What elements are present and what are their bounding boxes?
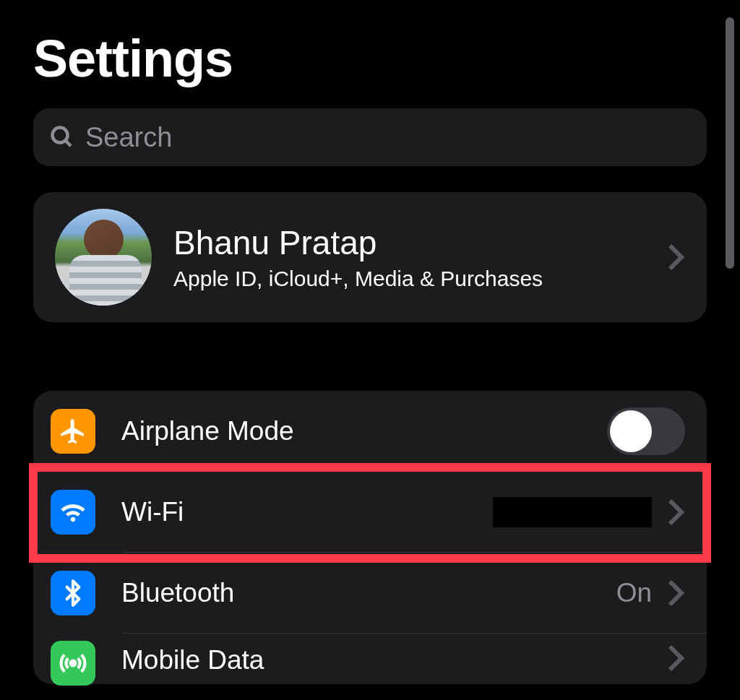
setting-label: Bluetooth — [121, 578, 616, 608]
chevron-right-icon — [666, 579, 685, 608]
setting-row-airplane-mode[interactable]: Airplane Mode — [33, 391, 707, 472]
mobile-data-icon — [51, 641, 95, 686]
page-title: Settings — [0, 0, 740, 88]
airplane-mode-toggle[interactable] — [607, 407, 685, 455]
search-icon — [49, 124, 75, 150]
svg-line-1 — [66, 141, 72, 147]
svg-point-2 — [71, 661, 76, 666]
search-input[interactable]: Search — [33, 108, 707, 166]
svg-point-0 — [53, 128, 68, 143]
chevron-right-icon — [666, 243, 685, 272]
avatar — [55, 209, 152, 306]
settings-list: Airplane Mode Wi-Fi Bluetooth On — [33, 391, 707, 684]
setting-row-mobile-data[interactable]: Mobile Data — [33, 634, 707, 684]
bluetooth-icon — [51, 571, 95, 615]
profile-subtitle: Apple ID, iCloud+, Media & Purchases — [173, 267, 666, 291]
scrollbar[interactable] — [726, 17, 734, 269]
profile-text: Bhanu Pratap Apple ID, iCloud+, Media & … — [173, 223, 666, 291]
chevron-right-icon — [666, 498, 685, 527]
wifi-icon — [51, 490, 95, 535]
setting-value: On — [616, 578, 652, 608]
setting-label: Mobile Data — [121, 645, 666, 675]
setting-row-wifi[interactable]: Wi-Fi — [33, 472, 707, 553]
profile-row[interactable]: Bhanu Pratap Apple ID, iCloud+, Media & … — [33, 192, 707, 322]
airplane-icon — [51, 409, 95, 454]
search-placeholder: Search — [85, 122, 172, 153]
toggle-knob — [610, 410, 652, 452]
setting-label: Airplane Mode — [121, 416, 607, 446]
setting-label: Wi-Fi — [121, 497, 493, 527]
chevron-right-icon — [666, 644, 685, 673]
setting-row-bluetooth[interactable]: Bluetooth On — [33, 553, 707, 634]
wifi-network-redacted — [493, 497, 652, 527]
profile-name: Bhanu Pratap — [173, 223, 666, 262]
